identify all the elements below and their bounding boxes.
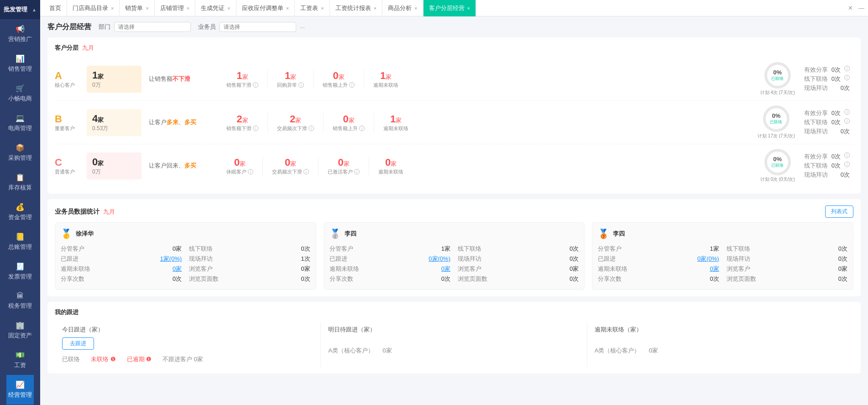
sp-stat-label: 逾期未联络 <box>61 265 90 273</box>
pending-contact-label: 未联络 ❶ <box>91 355 116 363</box>
info-icon[interactable]: i <box>844 109 850 115</box>
sp-stat-label: 分管客户 <box>329 245 353 253</box>
right-stat-row: 现场拜访 0次 <box>804 171 850 179</box>
close-all-icon[interactable]: ✕ <box>848 5 853 11</box>
tier-row-C: C 普通客户 0家 0万 让客户回来、多买 0家 休眠客户 i 0家 交易频次下… <box>55 144 853 187</box>
info-icon[interactable]: i <box>309 126 314 131</box>
sidebar-item-工资[interactable]: 💵工资 <box>6 345 34 375</box>
sp-stat-val[interactable]: 0家 <box>173 265 182 273</box>
right-stat-label: 有效分享 <box>804 109 828 117</box>
info-icon[interactable]: i <box>844 75 850 80</box>
sidebar-item-营销推广[interactable]: 📢营销推广 <box>6 19 34 49</box>
sidebar-icon: 💻 <box>16 114 25 122</box>
sp-stat-val[interactable]: 0家(0%) <box>697 255 719 263</box>
info-icon[interactable]: i <box>253 126 258 131</box>
sidebar-header[interactable]: 批发管理 ▲ <box>0 0 40 19</box>
info-icon[interactable]: i <box>359 126 365 131</box>
sp-stat-val[interactable]: 0家 <box>441 265 450 273</box>
info-icon[interactable]: i <box>248 169 253 174</box>
tab-店铺管理[interactable]: 店铺管理× <box>155 0 195 16</box>
info-icon[interactable]: i <box>303 169 309 174</box>
sidebar-icon: 📒 <box>16 232 25 241</box>
tab-商品分析[interactable]: 商品分析× <box>382 0 423 16</box>
sidebar-icon: 📋 <box>16 173 25 182</box>
tab-close-icon[interactable]: × <box>414 5 417 11</box>
sidebar-item-固定资产[interactable]: 🏢固定资产 <box>6 316 34 345</box>
sp-stat-val[interactable]: 0家(0%) <box>429 255 450 263</box>
tab-close-icon[interactable]: × <box>187 5 189 11</box>
sp-stat-label: 线下联络 <box>727 245 750 253</box>
sidebar-item-采购管理[interactable]: 📦采购管理 <box>6 138 34 168</box>
dept-select[interactable] <box>114 22 191 32</box>
tier-count-block: 1家 0万 <box>87 66 141 93</box>
info-icon[interactable]: i <box>844 153 850 158</box>
sidebar-item-总账管理[interactable]: 📒总账管理 <box>6 227 34 257</box>
tier-stat-block: 1家 逾期未联络 <box>374 113 418 132</box>
tab-close-icon[interactable]: × <box>111 5 114 11</box>
sidebar-item-电商管理[interactable]: 💻电商管理 <box>6 108 34 138</box>
sp-stat-label: 分管客户 <box>598 245 622 253</box>
donut-pct: 0% <box>772 112 781 119</box>
info-icon[interactable]: i <box>844 118 850 124</box>
sidebar-collapse-icon[interactable]: ▲ <box>32 7 37 12</box>
tab-close-icon[interactable]: × <box>146 5 148 11</box>
tier-name: 普通客户 <box>55 168 87 175</box>
customer-tier-section: 客户分层 九月 A 核心客户 1家 0万 让销售额不下滑 1家 销售额下滑 i … <box>47 37 861 194</box>
tier-label-C: C 普通客户 <box>55 157 87 175</box>
tab-工资表[interactable]: 工资表× <box>295 0 329 16</box>
tab-首页[interactable]: 首页 <box>44 0 67 16</box>
tab-close-icon[interactable]: × <box>286 5 289 11</box>
salesperson-select[interactable] <box>220 22 296 32</box>
sp-stat-val[interactable]: 0家 <box>710 265 719 273</box>
donut: 0% 已联络 <box>763 105 790 132</box>
sp-stat-val[interactable]: 1家(0%) <box>160 255 182 263</box>
sidebar-item-资金管理[interactable]: 💰资金管理 <box>6 197 34 227</box>
tier-stat-block: 0家 销售额上升 i <box>314 70 364 89</box>
tab-close-icon[interactable]: × <box>227 5 230 11</box>
tab-客户分层经营[interactable]: 客户分层经营× <box>424 0 476 16</box>
sidebar-item-小畅电商[interactable]: 🛒小畅电商 <box>6 79 34 108</box>
sp-stat-row: 现场拜访 1次 <box>189 254 310 264</box>
tab-应收应付调整单[interactable]: 应收应付调整单× <box>236 0 295 16</box>
minimize-icon[interactable]: — <box>858 5 864 11</box>
sp-stat-row: 分享次数 0次 <box>598 274 719 284</box>
tier-stats-row: 0家 休眠客户 i 0家 交易频次下滑 i 0家 已激活客户 i 0家 逾期 <box>217 157 755 175</box>
right-stat-row: 有效分享 0次 i <box>804 66 850 74</box>
sidebar-item-label: 工资 <box>14 361 26 369</box>
salesperson-card-2: 🥉 李四 分管客户 1家 已跟进 0家(0%) 逾期未联络 0家 分享次数 0次… <box>592 222 853 290</box>
sidebar-item-经营管理[interactable]: 📈经营管理 <box>6 375 34 405</box>
sidebar-item-label: 固定资产 <box>8 331 32 340</box>
sp-stats: 分管客户 1家 已跟进 0家(0%) 逾期未联络 0家 分享次数 0次 线下联络… <box>329 244 579 284</box>
tab-门店商品目录[interactable]: 门店商品目录× <box>67 0 120 16</box>
a-tier-overdue: A类（核心客户） <box>595 347 640 354</box>
tab-生成凭证[interactable]: 生成凭证× <box>195 0 236 16</box>
tier-circle: 0% 已联络 计划 0次 (0天/次) <box>755 149 800 183</box>
list-view-button[interactable]: 列表式 <box>825 205 853 218</box>
info-icon[interactable]: i <box>298 82 304 88</box>
tab-close-icon[interactable]: × <box>374 5 376 11</box>
salesperson-grid: 🥇 徐泽华 分管客户 0家 已跟进 1家(0%) 逾期未联络 0家 分享次数 0… <box>55 222 853 290</box>
sp-stat-val: 1次 <box>301 255 310 263</box>
more-options-icon[interactable]: ··· <box>300 24 305 31</box>
tab-销货单[interactable]: 销货单× <box>120 0 154 16</box>
info-icon[interactable]: i <box>844 162 850 167</box>
stat-num: 1家 <box>236 70 248 82</box>
goto-followup-button[interactable]: 去跟进 <box>62 337 94 350</box>
tier-amount: 0.53万 <box>92 125 136 132</box>
info-icon[interactable]: i <box>354 169 360 174</box>
tab-close-icon[interactable]: × <box>321 5 324 11</box>
info-icon[interactable]: i <box>253 82 258 88</box>
sidebar-item-销售管理[interactable]: 📊销售管理 <box>6 49 34 79</box>
sp-stat-label: 分享次数 <box>329 275 353 283</box>
right-stat-val: 0次 <box>831 66 841 74</box>
info-icon[interactable]: i <box>349 82 355 88</box>
sp-stat-val: 1家 <box>710 245 719 253</box>
info-icon[interactable]: i <box>844 66 850 71</box>
sidebar-item-库存核算[interactable]: 📋库存核算 <box>6 168 34 197</box>
sp-stat-row: 已跟进 0家(0%) <box>598 254 719 264</box>
sidebar-item-税务管理[interactable]: 🏛税务管理 <box>6 286 34 316</box>
tier-count-block: 0家 0万 <box>87 153 141 179</box>
tab-close-icon[interactable]: × <box>467 5 470 11</box>
sidebar-item-发票管理[interactable]: 🧾发票管理 <box>6 257 34 286</box>
tab-工资统计报表[interactable]: 工资统计报表× <box>330 0 382 16</box>
